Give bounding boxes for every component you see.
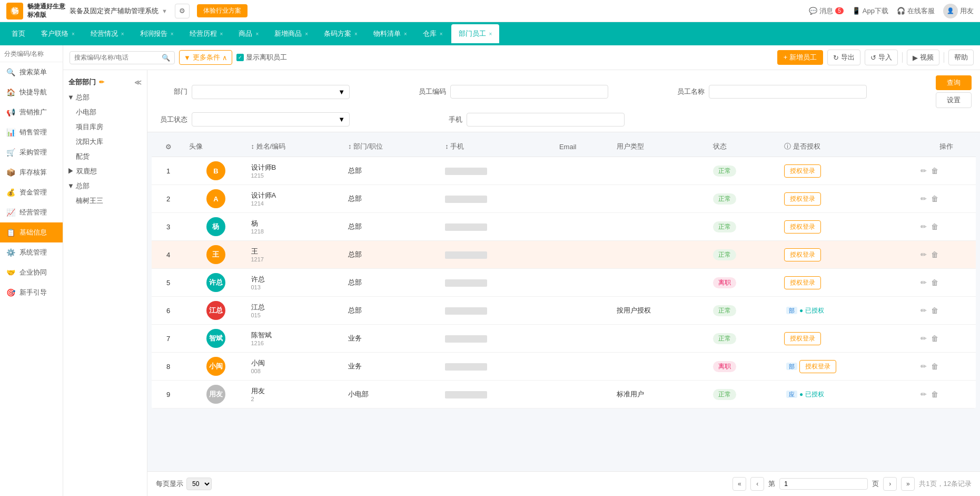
set-button[interactable]: 设置 <box>936 92 972 108</box>
current-page-input[interactable] <box>779 478 868 490</box>
sidebar-item-资金管理[interactable]: 💰资金管理 <box>0 182 63 202</box>
message-item[interactable]: 💬 消息 5 <box>809 6 844 16</box>
online-service-item[interactable]: 🎧 在线客服 <box>897 6 935 16</box>
edit-icon[interactable]: ✏ <box>920 306 927 315</box>
sidebar-item-经营管理[interactable]: 📈经营管理 <box>0 202 63 222</box>
emp-status-select[interactable]: ▼ <box>192 112 350 127</box>
dept-node-项目库房[interactable]: 项目库房 <box>63 120 147 134</box>
edit-icon[interactable]: ✏ <box>920 334 927 343</box>
sidebar-item-新手引导[interactable]: 🎯新手引导 <box>0 283 63 303</box>
first-page-btn[interactable]: « <box>732 477 746 491</box>
nav-tab-新增商品[interactable]: 新增商品× <box>267 24 315 43</box>
dept-node-配货[interactable]: 配货 <box>63 149 147 164</box>
nav-tab-经营历程[interactable]: 经营历程× <box>182 24 231 43</box>
add-employee-button[interactable]: + 新增员工 <box>777 50 823 65</box>
sidebar-item-快捷导航[interactable]: 🏠快捷导航 <box>0 82 63 102</box>
sidebar-search-input[interactable] <box>4 50 63 57</box>
all-dept-label[interactable]: 全部部门 <box>68 77 96 87</box>
sidebar-item-营销推广[interactable]: 📢营销推广 <box>0 102 63 122</box>
tab-close-部门员工[interactable]: × <box>489 31 492 37</box>
app-download-item[interactable]: 📱 App下载 <box>852 6 888 16</box>
delete-icon[interactable]: 🗑 <box>931 250 938 259</box>
trial-button[interactable]: 体验行业方案 <box>197 4 248 17</box>
help-button[interactable]: 帮助 <box>948 50 974 65</box>
view-button[interactable]: ▶ 视频 <box>907 50 939 65</box>
tab-close-经营情况[interactable]: × <box>121 31 124 37</box>
tab-close-物料清单[interactable]: × <box>404 31 407 37</box>
delete-icon[interactable]: 🗑 <box>931 278 938 287</box>
auth-login-button[interactable]: 授权登录 <box>784 164 821 178</box>
tab-close-商品[interactable]: × <box>255 31 259 37</box>
auth-login-button[interactable]: 授权登录 <box>784 276 821 289</box>
show-inactive-toggle[interactable]: ✓ 显示离职员工 <box>236 53 287 62</box>
auth-login-button[interactable]: 授权登录 <box>784 248 821 261</box>
edit-icon[interactable]: ✏ <box>920 278 927 287</box>
edit-icon[interactable]: ✏ <box>920 390 927 398</box>
delete-icon[interactable]: 🗑 <box>931 222 938 231</box>
tab-close-利润报告[interactable]: × <box>171 31 174 37</box>
gear-button[interactable]: ⚙ <box>175 4 190 18</box>
nav-tab-条码方案[interactable]: 条码方案× <box>316 24 365 43</box>
dept-select[interactable]: ▼ <box>192 85 350 99</box>
phone-input[interactable] <box>467 113 625 127</box>
user-item[interactable]: 👤 用友 <box>943 4 974 18</box>
nav-tab-利润报告[interactable]: 利润报告× <box>133 24 181 43</box>
emp-name-input[interactable] <box>709 85 867 99</box>
dept-node-总部[interactable]: ▼ 总部 <box>63 179 147 193</box>
sidebar-item-搜索菜单[interactable]: 🔍搜索菜单 <box>0 62 63 82</box>
tab-close-新增商品[interactable]: × <box>305 31 308 37</box>
tab-close-客户联络[interactable]: × <box>72 31 75 37</box>
edit-icon[interactable]: ✏ <box>920 167 927 175</box>
sidebar-item-基础信息[interactable]: 📋基础信息 <box>0 222 63 242</box>
import-button[interactable]: ↺ 导入 <box>865 50 898 65</box>
query-button[interactable]: 查询 <box>936 75 972 90</box>
edit-icon[interactable]: ✏ <box>920 250 927 259</box>
auth-login-button[interactable]: 授权登录 <box>799 360 836 373</box>
nav-tab-首页[interactable]: 首页 <box>4 24 33 43</box>
delete-icon[interactable]: 🗑 <box>931 390 938 398</box>
tab-close-经营历程[interactable]: × <box>220 31 223 37</box>
last-page-btn[interactable]: » <box>901 477 915 491</box>
nav-tab-经营情况[interactable]: 经营情况× <box>83 24 132 43</box>
sidebar-item-销售管理[interactable]: 📊销售管理 <box>0 122 63 142</box>
export-button[interactable]: ↻ 导出 <box>827 50 860 65</box>
delete-icon[interactable]: 🗑 <box>931 306 938 315</box>
nav-tab-仓库[interactable]: 仓库× <box>415 24 450 43</box>
th-0[interactable]: ⚙ <box>152 137 185 157</box>
edit-icon[interactable]: ✏ <box>920 362 927 371</box>
emp-code-input[interactable] <box>450 85 608 99</box>
sidebar-item-库存核算[interactable]: 📦库存核算 <box>0 162 63 182</box>
sidebar-item-系统管理[interactable]: ⚙️系统管理 <box>0 242 63 262</box>
th-9[interactable]: 操作 <box>916 137 976 157</box>
emp-search-wrap[interactable]: 🔍 <box>70 51 175 64</box>
auth-login-button[interactable]: 授权登录 <box>784 332 821 345</box>
nav-tab-物料清单[interactable]: 物料清单× <box>366 24 414 43</box>
sidebar-search[interactable]: 🔍 <box>0 45 63 62</box>
tab-close-条码方案[interactable]: × <box>354 31 358 37</box>
show-inactive-checkbox[interactable]: ✓ <box>236 54 244 61</box>
delete-icon[interactable]: 🗑 <box>931 167 938 175</box>
dept-node-总部[interactable]: ▼ 总部 <box>63 90 147 105</box>
dept-collapse-icon[interactable]: ≪ <box>134 79 142 86</box>
tab-close-仓库[interactable]: × <box>440 31 443 37</box>
dept-node-楠树王三[interactable]: 楠树王三 <box>63 193 147 208</box>
delete-icon[interactable]: 🗑 <box>931 362 938 371</box>
sidebar-item-采购管理[interactable]: 🛒采购管理 <box>0 142 63 162</box>
delete-icon[interactable]: 🗑 <box>931 334 938 343</box>
dept-node-沈阳大库[interactable]: 沈阳大库 <box>63 134 147 149</box>
auth-login-button[interactable]: 授权登录 <box>784 192 821 206</box>
edit-icon[interactable]: ✏ <box>920 222 927 231</box>
per-page-select[interactable]: 50 <box>186 478 212 490</box>
more-filter-button[interactable]: ▼ 更多条件 ∧ <box>179 50 232 65</box>
nav-tab-部门员工[interactable]: 部门员工× <box>451 24 500 43</box>
prev-page-btn[interactable]: ‹ <box>750 477 764 491</box>
dept-edit-icon[interactable]: ✏ <box>99 79 104 86</box>
nav-tab-商品[interactable]: 商品× <box>231 24 266 43</box>
auth-login-button[interactable]: 授权登录 <box>784 220 821 234</box>
edit-icon[interactable]: ✏ <box>920 194 927 203</box>
emp-search-input[interactable] <box>74 54 160 61</box>
dept-node-小电部[interactable]: 小电部 <box>63 105 147 120</box>
sidebar-item-企业协同[interactable]: 🤝企业协同 <box>0 262 63 283</box>
dept-node-双鹿想[interactable]: ▶ 双鹿想 <box>63 164 147 179</box>
nav-tab-客户联络[interactable]: 客户联络× <box>34 24 82 43</box>
